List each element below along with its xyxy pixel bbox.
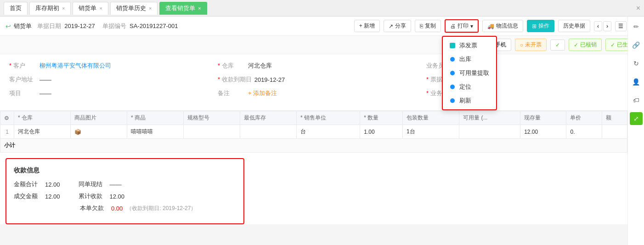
- form-row-2: 客户地址 —— 收款到期日 2019-12-27 票据类型 不开票: [9, 75, 635, 84]
- print-dropdown-container: 🖨 打印 ▾ 添发票 出库 可用量提取: [445, 19, 479, 33]
- prev-button[interactable]: ‹: [594, 21, 602, 31]
- next-button[interactable]: ›: [603, 21, 611, 31]
- row-warehouse: 河北仓库: [14, 125, 71, 139]
- toolbar-left: ↩ 销货单 单据日期 2019-12-27 单据编号 SA-20191227-0…: [6, 22, 178, 30]
- menu-out-stock[interactable]: 出库: [443, 52, 496, 66]
- add-remark-button[interactable]: + 添加备注: [248, 89, 277, 97]
- warehouse-label: 仓库: [218, 62, 245, 70]
- sidebar-link-icon[interactable]: 🔗: [630, 39, 643, 51]
- row-product: 嘻嘻嘻嘻: [127, 125, 184, 139]
- address-label: 客户地址: [9, 75, 37, 84]
- tab-sales-order-close[interactable]: ×: [99, 6, 102, 11]
- same-order-item: 同单现结 ——: [79, 180, 122, 188]
- col-gear[interactable]: ⚙: [0, 111, 14, 125]
- customer-value[interactable]: 柳州粤港平安气体有限公司: [40, 62, 111, 70]
- sidebar-tag-icon[interactable]: 🏷: [630, 94, 643, 107]
- cumulative-item: 累计收款 12.00: [79, 192, 125, 200]
- row-min-stock: [240, 125, 297, 139]
- form-section: 客户 柳州粤港平安气体有限公司 仓库 河北仓库 业务员 演示账号 客户地址 ——…: [0, 54, 644, 111]
- operate-dropdown-menu: 添发票 出库 可用量提取 定位: [442, 36, 497, 110]
- locate-icon: [449, 84, 456, 90]
- sidebar-edit-icon[interactable]: ✏: [630, 20, 643, 33]
- table-header-row: ⚙ * 仓库 商品图片 * 商品 规格型号 最低库存 * 销售单位 * 数量 包…: [0, 111, 627, 125]
- doc-icon: ↩: [6, 23, 11, 30]
- list-view-button[interactable]: ☰: [615, 21, 627, 31]
- sidebar-refresh-icon[interactable]: ↻: [630, 57, 643, 70]
- subtotal-label: 小计: [0, 139, 627, 153]
- row-current-qty: 12.00: [520, 125, 566, 139]
- current-owe-value: 0.00: [111, 205, 123, 212]
- tab-view-sales-close[interactable]: ×: [198, 6, 201, 11]
- col-sales-unit: * 销售单位: [297, 111, 360, 125]
- menu-add-invoice[interactable]: 添发票: [443, 39, 496, 52]
- nav-arrows: ‹ ›: [594, 21, 611, 31]
- sidebar-user-icon[interactable]: 👤: [630, 75, 643, 88]
- tab-inventory-init-close[interactable]: ×: [62, 6, 65, 11]
- doc-type-label: 销货单: [14, 22, 32, 30]
- tab-sales-order-label: 销货单: [79, 4, 96, 12]
- tab-home-label: 首页: [10, 4, 22, 12]
- tab-sales-history-close[interactable]: ×: [149, 6, 152, 11]
- table-row: 1 河北仓库 📦 嘻嘻嘻嘻 台 1.00 1台 12.00 0.: [0, 125, 627, 139]
- row-product-img: 📦: [71, 125, 127, 139]
- tab-sales-history[interactable]: 销货单历史 ×: [110, 2, 158, 15]
- payment-row-3: 本单欠款 0.00 （收款到期日: 2019-12-27）: [14, 204, 236, 212]
- current-owe-item: 本单欠款 0.00 （收款到期日: 2019-12-27）: [80, 204, 196, 212]
- copy-button[interactable]: ⎘ 复制: [415, 20, 441, 32]
- tab-sales-history-label: 销货单历史: [116, 4, 146, 12]
- tab-sales-order[interactable]: 销货单 ×: [73, 2, 108, 15]
- project-group: 项目 ——: [9, 89, 218, 97]
- same-order-value: ——: [110, 181, 122, 188]
- share-button[interactable]: ↗ 分享: [384, 20, 411, 32]
- toolbar-right: + 新增 ↗ 分享 ⎘ 复制 🖨 打印 ▾ 添: [354, 19, 638, 33]
- print-button[interactable]: 🖨 打印 ▾: [445, 19, 479, 33]
- new-button[interactable]: + 新增: [354, 20, 380, 32]
- table-section: ⚙ * 仓库 商品图片 * 商品 规格型号 最低库存 * 销售单位 * 数量 包…: [0, 111, 644, 153]
- menu-refresh[interactable]: 刷新: [443, 94, 496, 108]
- col-available: 可用量 (...: [459, 111, 520, 125]
- tab-inventory-init[interactable]: 库存期初 ×: [29, 2, 71, 15]
- due-date-group: 收款到期日 2019-12-27: [218, 75, 426, 84]
- menu-locate[interactable]: 定位: [443, 80, 496, 94]
- checked-button[interactable]: ✓ 已核销: [569, 39, 602, 51]
- col-product: * 商品: [127, 111, 184, 125]
- row-spec: [184, 125, 240, 139]
- payment-section: 收款信息 金额合计 12.00 同单现结 —— 成交金额 12.00 累计收款 …: [6, 158, 244, 224]
- tab-bar: 首页 库存期初 × 销货单 × 销货单历史 × 查看销货单 × ×: [0, 0, 644, 17]
- current-owe-label: 本单欠款: [80, 204, 107, 212]
- row-amount: [602, 125, 627, 139]
- number-value: SA-20191227-001: [130, 23, 178, 29]
- sidebar-expand-icon[interactable]: ⤢: [630, 112, 643, 125]
- available-qty-icon: [449, 70, 456, 76]
- operate-button[interactable]: ⊞ 操作: [527, 20, 554, 32]
- unchecked-button[interactable]: ○ 未开票: [515, 39, 547, 51]
- tab-inventory-init-label: 库存期初: [35, 4, 59, 12]
- remark-group: 备注 + 添加备注: [218, 89, 426, 97]
- check-icon: ✓: [555, 42, 560, 48]
- col-amount: 额: [602, 111, 627, 125]
- menu-available-qty[interactable]: 可用量提取: [443, 66, 496, 80]
- circle-icon: ○: [520, 42, 523, 48]
- logistics-icon: 🚚: [487, 23, 494, 29]
- check-icon-button[interactable]: ✓: [550, 40, 565, 51]
- refresh-icon: [449, 97, 456, 104]
- form-row-3: 项目 —— 备注 + 添加备注 业务员孟 ——: [9, 89, 635, 97]
- history-button[interactable]: 历史单据: [558, 20, 590, 32]
- warehouse-group: 仓库 河北仓库: [218, 62, 426, 70]
- tab-view-sales[interactable]: 查看销货单 ×: [159, 2, 207, 15]
- project-label: 项目: [9, 89, 37, 97]
- print-arrow-icon: ▾: [470, 23, 473, 29]
- warehouse-value: 河北仓库: [248, 62, 272, 70]
- tab-home[interactable]: 首页: [4, 2, 28, 15]
- copy-icon: ⎘: [420, 23, 423, 29]
- due-date-value: 2019-12-27: [254, 76, 285, 83]
- col-product-img: 商品图片: [71, 111, 127, 125]
- main-content: ↩ 销货单 单据日期 2019-12-27 单据编号 SA-20191227-0…: [0, 17, 644, 224]
- toolbar: ↩ 销货单 单据日期 2019-12-27 单据编号 SA-20191227-0…: [0, 17, 644, 36]
- close-all-button[interactable]: ×: [636, 4, 640, 12]
- logistics-button[interactable]: 🚚 物流信息: [482, 20, 523, 32]
- form-row-1: 客户 柳州粤港平安气体有限公司 仓库 河北仓库 业务员 演示账号: [9, 62, 635, 70]
- doc-meta: 单据日期 2019-12-27 单据编号 SA-20191227-001: [37, 22, 178, 30]
- row-sales-unit: 台: [297, 125, 360, 139]
- due-hint: （收款到期日: 2019-12-27）: [126, 205, 196, 212]
